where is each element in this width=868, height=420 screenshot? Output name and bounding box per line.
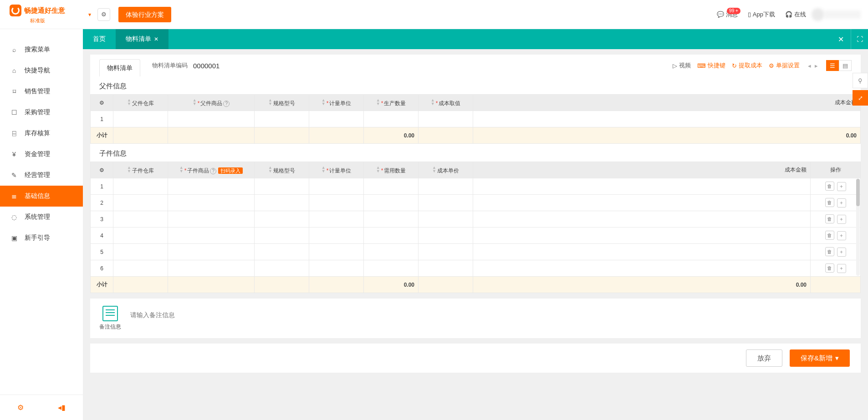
delete-row-button[interactable]: 🗑 <box>825 198 834 207</box>
cell[interactable] <box>113 178 168 195</box>
footer-gear-icon[interactable]: ⚙ <box>17 403 24 412</box>
save-and-new-button[interactable]: 保存&新增▾ <box>790 349 850 367</box>
cell[interactable] <box>419 244 473 260</box>
cell[interactable] <box>419 178 473 195</box>
cell[interactable] <box>255 195 309 211</box>
col-parent-spec[interactable]: ▲▼规格型号 <box>255 95 309 111</box>
scan-input-button[interactable]: 扫码录入 <box>218 167 243 174</box>
sidebar-item-inventory[interactable]: ⌸库存核算 <box>0 123 83 144</box>
shortcut-help[interactable]: ⌨快捷键 <box>697 61 725 70</box>
cell[interactable] <box>168 111 255 127</box>
cell[interactable] <box>168 260 255 277</box>
delete-row-button[interactable]: 🗑 <box>825 247 834 256</box>
col-parent-unit[interactable]: ▲▼*计量单位 <box>309 95 364 111</box>
cell[interactable] <box>419 228 473 244</box>
col-child-unit[interactable]: ▲▼*计量单位 <box>309 162 364 178</box>
col-parent-item[interactable]: ▲▼*父件商品? <box>168 95 255 111</box>
col-child-qty[interactable]: ▲▼*需用数量 <box>364 162 419 178</box>
sidebar-item-quicknav[interactable]: ⌂快捷导航 <box>0 60 83 81</box>
sidebar-item-purchase[interactable]: ☐采购管理 <box>0 102 83 123</box>
table-row[interactable]: 6🗑＋ <box>91 260 861 277</box>
cell[interactable] <box>168 195 255 211</box>
col-child-spec[interactable]: ▲▼规格型号 <box>255 162 309 178</box>
sidebar-item-sales[interactable]: ⌑销售管理 <box>0 81 83 102</box>
sidebar-item-guide[interactable]: ▣新手引导 <box>0 228 83 248</box>
table-row[interactable]: 1 <box>91 111 861 127</box>
tab-home[interactable]: 首页 <box>83 29 116 49</box>
cell[interactable] <box>364 178 419 195</box>
add-row-button[interactable]: ＋ <box>837 182 846 191</box>
cell[interactable] <box>419 211 473 228</box>
sidebar-item-basedata[interactable]: ≣基础信息 <box>0 186 83 207</box>
cell[interactable] <box>309 228 364 244</box>
col-gear[interactable]: ⚙ <box>91 162 113 178</box>
add-row-button[interactable]: ＋ <box>837 231 846 240</box>
cell[interactable] <box>419 260 473 277</box>
help-icon[interactable]: ? <box>223 101 230 107</box>
cell[interactable] <box>113 111 168 127</box>
online-support-link[interactable]: 🎧 在线 <box>785 10 806 19</box>
delete-row-button[interactable]: 🗑 <box>825 182 834 191</box>
add-row-button[interactable]: ＋ <box>837 198 846 207</box>
delete-row-button[interactable]: 🗑 <box>825 214 834 223</box>
child-scrollbar[interactable] <box>856 179 860 276</box>
settings-button[interactable]: ⚙ <box>97 8 110 21</box>
video-help[interactable]: ▷视频 <box>673 61 691 70</box>
col-child-item[interactable]: ▲▼*子件商品?扫码录入 <box>168 162 255 178</box>
app-download-link[interactable]: ▯ App下载 <box>748 10 775 19</box>
prev-doc[interactable]: ◂ <box>808 62 811 69</box>
sidebar-item-funds[interactable]: ¥资金管理 <box>0 144 83 165</box>
delete-row-button[interactable]: 🗑 <box>825 263 834 273</box>
extract-cost[interactable]: ↻提取成本 <box>732 61 762 70</box>
col-child-amt[interactable]: 成本金额 <box>473 162 811 178</box>
cell[interactable] <box>168 228 255 244</box>
add-row-button[interactable]: ＋ <box>837 248 846 257</box>
cell[interactable] <box>364 211 419 228</box>
cell[interactable] <box>364 195 419 211</box>
doc-settings[interactable]: ⚙单据设置 <box>769 61 800 70</box>
cell[interactable] <box>473 244 811 260</box>
cell[interactable] <box>419 195 473 211</box>
col-parent-wh[interactable]: ▲▼父件仓库 <box>113 95 168 111</box>
close-icon[interactable]: ✕ <box>154 36 158 42</box>
tab-bom[interactable]: 物料清单 ✕ <box>116 29 168 49</box>
collapse-icon[interactable]: ◂▮ <box>58 403 66 412</box>
fullscreen-toggle[interactable]: ⛶ <box>851 29 868 49</box>
chevron-down-icon[interactable]: ▾ <box>88 11 91 18</box>
add-row-button[interactable]: ＋ <box>837 264 846 273</box>
col-child-unitcost[interactable]: ▲▼成本单价 <box>419 162 473 178</box>
table-row[interactable]: 3🗑＋ <box>91 211 861 228</box>
cell[interactable] <box>113 211 168 228</box>
cell[interactable] <box>364 111 419 127</box>
cell[interactable] <box>364 228 419 244</box>
messages-link[interactable]: 💬 消息 99 + <box>717 10 738 19</box>
col-gear[interactable]: ⚙ <box>91 95 113 111</box>
cell[interactable] <box>473 178 811 195</box>
cell[interactable] <box>309 211 364 228</box>
sidebar-item-search[interactable]: ⌕搜索菜单 <box>0 39 83 60</box>
cell[interactable] <box>364 260 419 277</box>
help-icon[interactable]: ? <box>210 168 216 174</box>
cell[interactable] <box>255 228 309 244</box>
cell[interactable] <box>255 111 309 127</box>
table-row[interactable]: 1🗑＋ <box>91 178 861 195</box>
cell[interactable] <box>473 211 811 228</box>
cell[interactable] <box>473 111 861 127</box>
table-row[interactable]: 4🗑＋ <box>91 228 861 244</box>
brand-logo[interactable]: 畅捷通好生意 标准版 <box>0 5 75 24</box>
cell[interactable] <box>113 260 168 277</box>
expand-button[interactable]: ⤢ <box>853 90 868 106</box>
delete-row-button[interactable]: 🗑 <box>825 231 834 240</box>
cell[interactable] <box>364 244 419 260</box>
cell[interactable] <box>309 195 364 211</box>
discard-button[interactable]: 放弃 <box>746 349 782 367</box>
cell[interactable] <box>309 244 364 260</box>
cell[interactable] <box>473 260 811 277</box>
cell[interactable] <box>255 260 309 277</box>
cell[interactable] <box>473 228 811 244</box>
sidebar-item-business[interactable]: ✎经营管理 <box>0 165 83 186</box>
cell[interactable] <box>168 244 255 260</box>
cell[interactable] <box>113 244 168 260</box>
cell[interactable] <box>113 195 168 211</box>
col-parent-qty[interactable]: ▲▼*生产数量 <box>364 95 419 111</box>
